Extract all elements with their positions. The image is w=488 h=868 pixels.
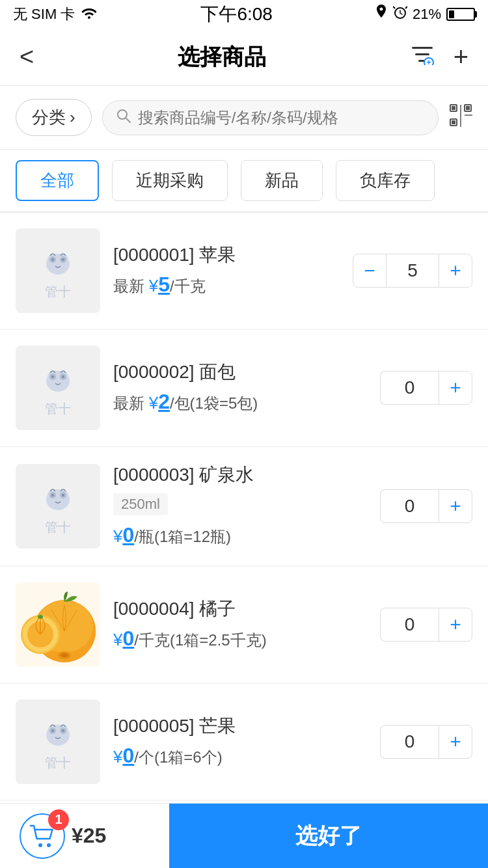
tab-recent[interactable]: 近期采购 — [112, 160, 228, 201]
back-button[interactable]: < — [20, 43, 34, 71]
svg-point-68 — [47, 843, 51, 847]
status-time: 下午6:08 — [200, 2, 273, 27]
scan-icon[interactable] — [449, 103, 472, 132]
status-carrier: 无 SIM 卡 — [13, 5, 98, 24]
category-label: 分类 — [32, 106, 66, 129]
svg-text:+: + — [426, 58, 431, 65]
cart-icon-button[interactable]: 1 — [20, 813, 65, 859]
svg-point-29 — [62, 375, 64, 378]
tabs-bar: 全部 近期采购 新品 负库存 — [0, 150, 488, 213]
tab-all[interactable]: 全部 — [16, 160, 99, 201]
product-info: [0000001] 苹果 最新 ¥5/千克 — [113, 243, 340, 299]
quantity-control: + — [380, 608, 472, 642]
quantity-increase-button[interactable]: + — [439, 371, 472, 405]
product-price: 最新 ¥5/千克 — [113, 273, 340, 297]
product-price: ¥0/个(1箱=6个) — [113, 744, 367, 768]
quantity-increase-button[interactable]: + — [439, 725, 472, 759]
list-item: 管十 [0000005] 芒果 ¥0/个(1箱=6个) + — [0, 684, 488, 800]
cart-total: ¥25 — [72, 824, 106, 848]
svg-point-28 — [51, 375, 54, 378]
svg-point-36 — [62, 494, 64, 496]
quantity-input[interactable] — [380, 489, 439, 523]
quantity-increase-button[interactable]: + — [439, 608, 472, 642]
product-image: 管十 — [16, 464, 100, 549]
filter-icon[interactable]: + — [411, 44, 434, 70]
product-info: [0000005] 芒果 ¥0/个(1箱=6个) — [113, 714, 367, 770]
svg-point-21 — [51, 258, 54, 261]
quantity-decrease-button[interactable]: − — [353, 254, 386, 288]
product-code-name: [0000005] 芒果 — [113, 714, 367, 739]
list-item: 管十 [0000002] 面包 最新 ¥2/包(1袋=5包) + — [0, 330, 488, 446]
chevron-right-icon: › — [70, 107, 75, 128]
status-right: 21% — [375, 5, 475, 24]
svg-rect-11 — [452, 106, 455, 110]
product-image: 管十 — [16, 228, 100, 313]
product-code-name: [0000002] 面包 — [113, 360, 367, 385]
filter-bar: 分类 › — [0, 86, 488, 150]
product-image — [16, 582, 100, 667]
cart-badge: 1 — [48, 809, 69, 830]
product-list: 管十 [0000001] 苹果 最新 ¥5/千克 − + — [0, 213, 488, 868]
product-info: [0000002] 面包 最新 ¥2/包(1袋=5包) — [113, 360, 367, 416]
product-code-name: [0000004] 橘子 — [113, 597, 367, 621]
quantity-increase-button[interactable]: + — [439, 254, 472, 288]
add-button[interactable]: + — [454, 42, 468, 72]
battery-icon — [446, 8, 475, 21]
quantity-increase-button[interactable]: + — [439, 489, 472, 523]
quantity-input[interactable] — [380, 371, 439, 405]
svg-point-45 — [38, 615, 43, 619]
svg-rect-12 — [466, 106, 470, 110]
product-price: ¥0/千克(1箱=2.5千克) — [113, 627, 367, 651]
search-input[interactable] — [138, 109, 425, 127]
svg-point-52 — [62, 729, 64, 732]
product-code-name: [0000003] 矿泉水 — [113, 463, 367, 487]
svg-point-22 — [62, 258, 64, 261]
product-info: [0000004] 橘子 ¥0/千克(1箱=2.5千克) — [113, 597, 367, 653]
nav-bar: < 选择商品 + + — [0, 29, 488, 86]
tab-new[interactable]: 新品 — [241, 160, 323, 201]
svg-point-67 — [38, 843, 42, 847]
list-item: 管十 [0000003] 矿泉水 250ml ¥0/瓶(1箱=12瓶) + — [0, 447, 488, 565]
tab-negative-stock[interactable]: 负库存 — [336, 160, 435, 201]
quantity-control: + — [380, 371, 472, 405]
product-info: [0000003] 矿泉水 250ml ¥0/瓶(1箱=12瓶) — [113, 463, 367, 550]
product-code-name: [0000001] 苹果 — [113, 243, 340, 267]
product-price: 最新 ¥2/包(1袋=5包) — [113, 390, 367, 414]
quantity-control: + — [380, 489, 472, 523]
svg-point-51 — [51, 729, 54, 732]
product-spec: 250ml — [113, 493, 168, 515]
svg-rect-13 — [452, 120, 455, 124]
battery-percentage: 21% — [413, 6, 441, 23]
product-image: 管十 — [16, 699, 100, 784]
quantity-input[interactable] — [386, 254, 439, 288]
list-item: 管十 [0000001] 苹果 最新 ¥5/千克 − + — [0, 213, 488, 329]
carrier-text: 无 SIM 卡 — [13, 5, 75, 24]
svg-point-41 — [61, 653, 68, 657]
quantity-control: + — [380, 725, 472, 759]
alarm-icon — [393, 5, 407, 23]
quantity-input[interactable] — [380, 725, 439, 759]
search-box — [102, 100, 439, 135]
svg-point-35 — [51, 494, 54, 496]
nav-actions: + + — [411, 42, 468, 72]
quantity-input[interactable] — [380, 608, 439, 642]
confirm-button[interactable]: 选好了 — [169, 804, 488, 868]
location-icon — [375, 5, 388, 24]
product-image: 管十 — [16, 346, 100, 430]
category-button[interactable]: 分类 › — [16, 99, 92, 136]
quantity-control: − + — [353, 254, 472, 288]
product-price: ¥0/瓶(1箱=12瓶) — [113, 523, 367, 547]
search-icon — [116, 107, 131, 128]
page-title: 选择商品 — [178, 42, 266, 72]
svg-rect-2 — [415, 53, 429, 55]
bottom-bar: 1 ¥25 选好了 — [0, 803, 488, 868]
list-item: [0000004] 橘子 ¥0/千克(1箱=2.5千克) + — [0, 567, 488, 683]
svg-rect-1 — [412, 47, 433, 49]
wifi-icon — [80, 6, 98, 23]
cart-section: 1 ¥25 — [0, 813, 169, 859]
svg-line-7 — [126, 118, 130, 122]
status-bar: 无 SIM 卡 下午6:08 21% — [0, 0, 488, 29]
